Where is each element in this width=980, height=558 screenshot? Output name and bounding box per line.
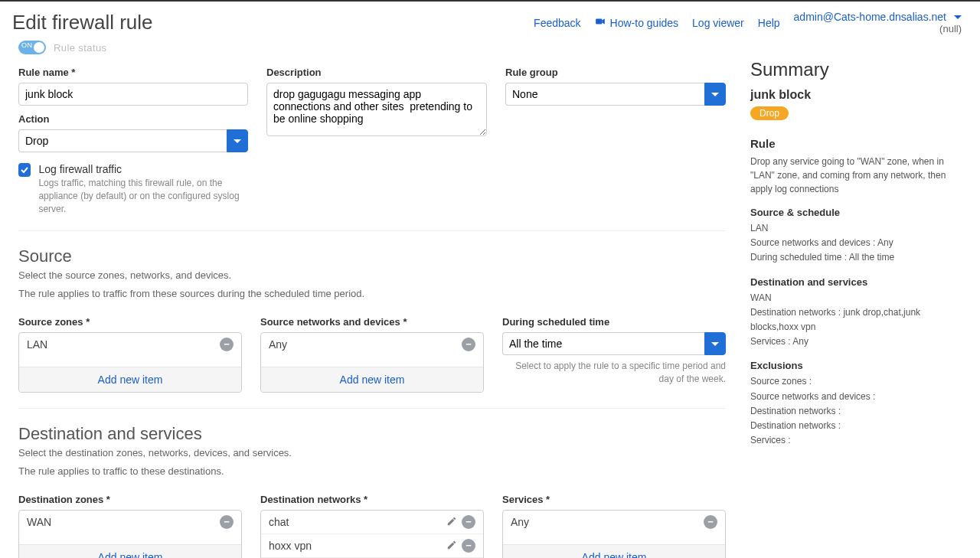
schedule-label: During scheduled time bbox=[502, 316, 726, 328]
nav-admin[interactable]: admin@Cats-home.dnsalias.net bbox=[794, 11, 962, 23]
video-icon bbox=[595, 16, 606, 29]
list-item[interactable]: chat− bbox=[261, 511, 483, 534]
nav-howto[interactable]: How-to guides bbox=[595, 16, 679, 29]
rule-status-toggle[interactable]: ON bbox=[18, 41, 46, 54]
source-nets-box: Any − Add new item bbox=[260, 332, 484, 393]
add-new-item-button[interactable]: Add new item bbox=[503, 544, 725, 558]
svg-marker-1 bbox=[602, 19, 605, 24]
dest-desc-1: Select the destination zones, networks, … bbox=[18, 445, 726, 461]
action-value[interactable] bbox=[18, 129, 227, 152]
action-badge: Drop bbox=[750, 106, 789, 120]
rule-group-label: Rule group bbox=[505, 67, 726, 78]
rule-group-value[interactable] bbox=[505, 83, 704, 106]
summary-kv: Destination networks : bbox=[750, 404, 965, 419]
list-item[interactable]: hoxx vpn− bbox=[261, 534, 483, 557]
dest-title: Destination and services bbox=[18, 424, 726, 444]
add-new-item-button[interactable]: Add new item bbox=[261, 367, 483, 392]
summary-rule-name: junk block bbox=[750, 88, 965, 102]
chevron-down-icon[interactable] bbox=[227, 129, 248, 152]
dest-desc-2: The rule applies to traffic to these des… bbox=[18, 464, 726, 479]
add-new-item-button[interactable]: Add new item bbox=[19, 544, 241, 558]
svg-rect-0 bbox=[596, 19, 602, 24]
dest-zones-box: WAN − Add new item bbox=[18, 510, 242, 558]
summary-dest-head: Destination and services bbox=[750, 276, 965, 288]
remove-icon[interactable]: − bbox=[220, 338, 234, 351]
list-item[interactable]: Any − bbox=[261, 333, 483, 356]
summary-kv: Source networks and devices : Any bbox=[750, 236, 965, 250]
schedule-select[interactable] bbox=[502, 332, 726, 355]
dest-nets-box: chat−hoxx vpn−junk blocks−junk drop− Add… bbox=[260, 510, 484, 558]
summary-src-head: Source & schedule bbox=[750, 207, 965, 218]
dest-zones-label: Destination zones * bbox=[18, 494, 242, 505]
remove-icon[interactable]: − bbox=[462, 338, 475, 351]
page-title: Edit firewall rule bbox=[12, 11, 153, 34]
source-desc-1: Select the source zones, networks, and d… bbox=[18, 268, 726, 283]
description-input[interactable] bbox=[266, 83, 487, 136]
chevron-down-icon[interactable] bbox=[704, 332, 726, 355]
nav-feedback[interactable]: Feedback bbox=[534, 17, 580, 29]
summary-kv: Services : Any bbox=[750, 334, 965, 349]
nav-null: (null) bbox=[939, 23, 962, 34]
rule-status-label: Rule status bbox=[54, 42, 106, 54]
dest-nets-label: Destination networks * bbox=[260, 494, 484, 505]
summary-rule-para: Drop any service going to "WAN" zone, wh… bbox=[750, 155, 965, 196]
source-zones-box: LAN − Add new item bbox=[18, 332, 242, 393]
remove-icon[interactable]: − bbox=[704, 515, 717, 529]
source-desc-2: The rule applies to traffic from these s… bbox=[18, 286, 726, 302]
list-item[interactable]: LAN − bbox=[19, 333, 241, 356]
list-item[interactable]: Any − bbox=[503, 511, 725, 534]
schedule-value[interactable] bbox=[502, 332, 704, 355]
rule-status-row: ON Rule status bbox=[18, 41, 726, 62]
log-traffic-sub: Logs traffic, matching this firewall rul… bbox=[38, 177, 248, 215]
summary-kv: Destination networks : bbox=[750, 419, 965, 433]
add-new-item-button[interactable]: Add new item bbox=[19, 367, 241, 392]
source-title: Source bbox=[18, 246, 726, 266]
action-label: Action bbox=[18, 113, 248, 125]
remove-icon[interactable]: − bbox=[462, 515, 475, 529]
nav-help[interactable]: Help bbox=[758, 17, 780, 29]
summary-kv: Destination networks : junk drop,chat,ju… bbox=[750, 305, 965, 334]
source-zones-label: Source zones * bbox=[18, 316, 242, 328]
description-label: Description bbox=[266, 67, 487, 78]
list-item[interactable]: WAN − bbox=[19, 511, 241, 534]
services-label: Services * bbox=[502, 494, 726, 505]
summary-title: Summary bbox=[750, 59, 965, 80]
summary-kv: WAN bbox=[750, 291, 965, 305]
rule-group-select[interactable] bbox=[505, 83, 726, 106]
summary-kv: During scheduled time : All the time bbox=[750, 250, 965, 265]
summary-rule-head: Rule bbox=[750, 137, 965, 150]
summary-kv: Source networks and devices : bbox=[750, 390, 965, 404]
services-box: Any − Add new item bbox=[502, 510, 726, 558]
summary-kv: Source zones : bbox=[750, 374, 965, 389]
rule-name-input[interactable] bbox=[18, 83, 248, 106]
rule-name-label: Rule name * bbox=[18, 67, 248, 78]
edit-icon[interactable] bbox=[446, 516, 457, 529]
source-nets-label: Source networks and devices * bbox=[260, 316, 484, 328]
schedule-help: Select to apply the rule to a specific t… bbox=[502, 360, 726, 386]
summary-excl-head: Exclusions bbox=[750, 360, 965, 371]
log-traffic-label: Log firewall traffic bbox=[38, 163, 248, 175]
summary-kv: LAN bbox=[750, 221, 965, 236]
remove-icon[interactable]: − bbox=[462, 539, 475, 553]
nav-logviewer[interactable]: Log viewer bbox=[692, 17, 744, 29]
action-select[interactable] bbox=[18, 129, 248, 152]
summary-kv: Services : bbox=[750, 433, 965, 448]
log-traffic-checkbox[interactable] bbox=[18, 163, 31, 177]
nav-howto-label: How-to guides bbox=[610, 17, 679, 29]
edit-icon[interactable] bbox=[446, 540, 457, 553]
remove-icon[interactable]: − bbox=[220, 515, 234, 529]
chevron-down-icon[interactable] bbox=[704, 83, 726, 106]
